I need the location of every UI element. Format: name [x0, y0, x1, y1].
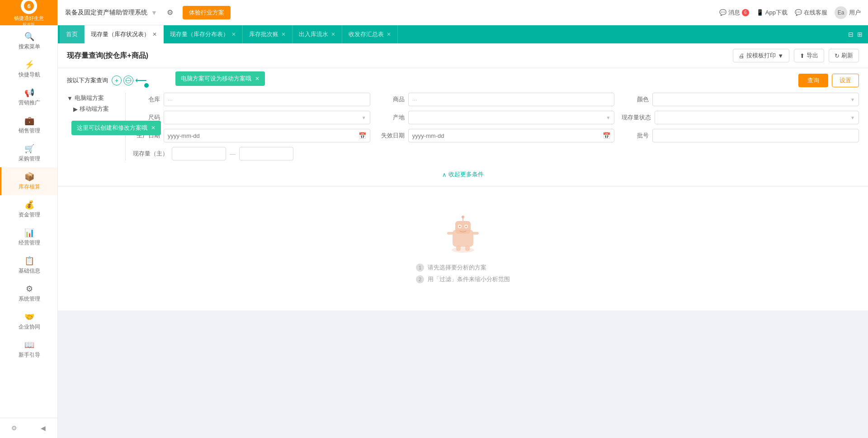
- page-actions: 🖨 按模板打印 ▼ ⬆ 导出 ↻ 刷新: [733, 49, 859, 62]
- tab-inventory-status-close[interactable]: ✕: [152, 31, 157, 38]
- print-label: 按模板打印: [746, 52, 776, 60]
- collapse-label: 收起更多条件: [448, 170, 484, 179]
- experience-btn[interactable]: 体验行业方案: [183, 6, 231, 19]
- sidebar-item-management[interactable]: 📊 经营管理: [0, 223, 57, 251]
- color-select[interactable]: ▼: [652, 93, 859, 106]
- query-btn[interactable]: 查询: [798, 74, 828, 87]
- tabbar-expand-btn[interactable]: ⊞: [857, 31, 863, 38]
- svg-point-12: [465, 226, 467, 227]
- tab-inventory-status-label: 现存量（库存状况表）: [91, 30, 150, 38]
- tab-inout-close[interactable]: ✕: [331, 31, 335, 38]
- tabbar-minimize-btn[interactable]: ⊟: [848, 31, 854, 38]
- tab-batch[interactable]: 库存批次账 ✕: [243, 25, 292, 43]
- app-download-label: App下载: [765, 9, 788, 17]
- enterprise-icon: 🤝: [24, 312, 34, 322]
- stock-status-select[interactable]: ▼: [655, 111, 859, 124]
- user-area[interactable]: Ea 用户: [835, 6, 861, 19]
- sidebar-item-search[interactable]: 🔍 搜索菜单: [0, 27, 57, 55]
- header-right: 💬 消息 6 📱 App下载 💬 在线客服 Ea 用户: [719, 6, 861, 19]
- sidebar-item-guide[interactable]: 📖 新手引导: [0, 335, 57, 363]
- reset-btn[interactable]: 设置: [832, 74, 859, 87]
- warehouse-input[interactable]: ···: [164, 93, 370, 106]
- tab-inout-label: 出入库流水: [299, 30, 328, 38]
- app-download-btn[interactable]: 📱 App下载: [756, 9, 788, 17]
- product-dots: ···: [412, 96, 611, 103]
- tab-home[interactable]: 首页: [60, 25, 85, 43]
- sidebar-settings-btn[interactable]: ⚙: [8, 422, 21, 434]
- edit-scheme-btn[interactable]: [123, 75, 133, 85]
- scheme-tooltip-text: 电脑方案可设为移动方案哦: [181, 75, 251, 83]
- tab-summary-close[interactable]: ✕: [387, 31, 391, 38]
- produce-date-calendar-icon[interactable]: 📅: [359, 132, 366, 139]
- svg-point-11: [459, 226, 461, 227]
- create-tooltip-close[interactable]: ✕: [151, 125, 156, 131]
- tab-batch-label: 库存批次账: [249, 30, 278, 38]
- expire-date-calendar-icon[interactable]: 📅: [603, 132, 610, 139]
- sidebar-collapse-btn[interactable]: ◀: [37, 422, 49, 434]
- sidebar-item-enterprise[interactable]: 🤝 企业协同: [0, 307, 57, 335]
- collapse-up-icon: ∧: [442, 171, 447, 178]
- sidebar-item-enterprise-label: 企业协同: [19, 323, 40, 331]
- refresh-btn[interactable]: ↻ 刷新: [829, 49, 859, 62]
- quicknav-icon: ⚡: [24, 60, 34, 70]
- mobile-scheme-label: 移动端方案: [80, 105, 109, 113]
- produce-date-input[interactable]: 📅: [164, 129, 370, 142]
- desktop-scheme-item[interactable]: ▼ 电脑端方案: [67, 93, 122, 104]
- sidebar-item-quicknav[interactable]: ⚡ 快捷导航: [0, 55, 57, 83]
- service-icon: 💬: [795, 9, 802, 16]
- stock-qty-max[interactable]: [239, 147, 293, 160]
- inventory-icon: 📦: [24, 172, 34, 182]
- sidebar-item-inventory[interactable]: 📦 库存核算: [0, 167, 57, 195]
- sidebar-item-finance[interactable]: 💰 资金管理: [0, 195, 57, 223]
- empty-tip-2: 2 用「过滤」条件来缩小分析范围: [416, 275, 510, 283]
- stock-qty-separator: —: [230, 151, 236, 157]
- svg-point-6: [452, 247, 474, 253]
- system-dropdown-icon[interactable]: ▼: [151, 9, 157, 16]
- field-stock-qty: 现存量（主） —: [133, 147, 293, 160]
- tab-inventory-dist-close[interactable]: ✕: [231, 31, 236, 38]
- sidebar-item-management-label: 经营管理: [19, 239, 40, 247]
- tab-inout[interactable]: 出入库流水 ✕: [292, 25, 342, 43]
- sidebar-item-inventory-label: 库存核算: [19, 183, 40, 191]
- sidebar-item-system[interactable]: ⚙ 系统管理: [0, 279, 57, 307]
- export-btn[interactable]: ⬆ 导出: [794, 49, 824, 62]
- field-size: 尺码 ▼: [133, 111, 370, 124]
- field-produce-date: 生产日期 📅: [133, 129, 370, 142]
- message-btn[interactable]: 💬 消息 6: [719, 9, 749, 17]
- online-service-btn[interactable]: 💬 在线客服: [795, 9, 827, 17]
- product-input[interactable]: ···: [408, 93, 615, 106]
- expire-date-input[interactable]: 📅: [408, 129, 615, 142]
- print-btn[interactable]: 🖨 按模板打印 ▼: [733, 49, 789, 62]
- page-header: 现存量查询(按仓库+商品) 🖨 按模板打印 ▼ ⬆ 导出 ↻ 刷新: [58, 43, 868, 68]
- scheme-tooltip-close[interactable]: ✕: [255, 75, 259, 82]
- create-tooltip-popup: 这里可以创建和修改方案哦 ✕: [71, 121, 161, 135]
- mobile-scheme-item[interactable]: ▶ 移动端方案: [67, 104, 122, 114]
- svg-rect-18: [465, 245, 470, 251]
- size-select[interactable]: ▼: [164, 111, 370, 124]
- sidebar-nav: 🔍 搜索菜单 ⚡ 快捷导航 📢 营销推广 💼 销售管理 🛒 采购管理 📦 库存核…: [0, 25, 57, 418]
- tab-batch-close[interactable]: ✕: [281, 31, 286, 38]
- app-tag: 标准版: [23, 22, 35, 28]
- sidebar-item-sales[interactable]: 💼 销售管理: [0, 111, 57, 139]
- logo-area: 6 畅捷通好生意 标准版: [0, 0, 57, 25]
- produce-date-from[interactable]: [168, 132, 357, 139]
- create-tooltip-text: 这里可以创建和修改方案哦: [77, 124, 147, 132]
- empty-tips: 1 请先选择要分析的方案 2 用「过滤」条件来缩小分析范围: [416, 264, 510, 283]
- tab-summary[interactable]: 收发存汇总表 ✕: [342, 25, 398, 43]
- header-settings-btn[interactable]: ⚙: [163, 5, 177, 20]
- desktop-scheme-label: 电脑端方案: [75, 94, 104, 102]
- add-scheme-btn[interactable]: +: [112, 75, 122, 85]
- stock-qty-min[interactable]: [172, 147, 226, 160]
- origin-select[interactable]: ▼: [408, 111, 615, 124]
- batch-input[interactable]: [652, 129, 859, 142]
- expire-date-from[interactable]: [412, 132, 601, 139]
- tab-summary-label: 收发存汇总表: [349, 30, 384, 38]
- tab-inventory-status[interactable]: 现存量（库存状况表） ✕: [85, 25, 164, 43]
- filter-collapse-btn[interactable]: ∧ 收起更多条件: [67, 166, 859, 180]
- sidebar-item-marketing[interactable]: 📢 营销推广: [0, 83, 57, 111]
- main-area: 装备及固定资产辅助管理系统 ▼ ⚙ 体验行业方案 💬 消息 6 📱 App下载 …: [58, 0, 868, 438]
- sidebar-item-basic[interactable]: 📋 基础信息: [0, 251, 57, 279]
- tab-inventory-dist[interactable]: 现存量（库存分布表） ✕: [164, 25, 243, 43]
- svg-rect-16: [472, 232, 479, 235]
- sidebar-item-purchase[interactable]: 🛒 采购管理: [0, 139, 57, 167]
